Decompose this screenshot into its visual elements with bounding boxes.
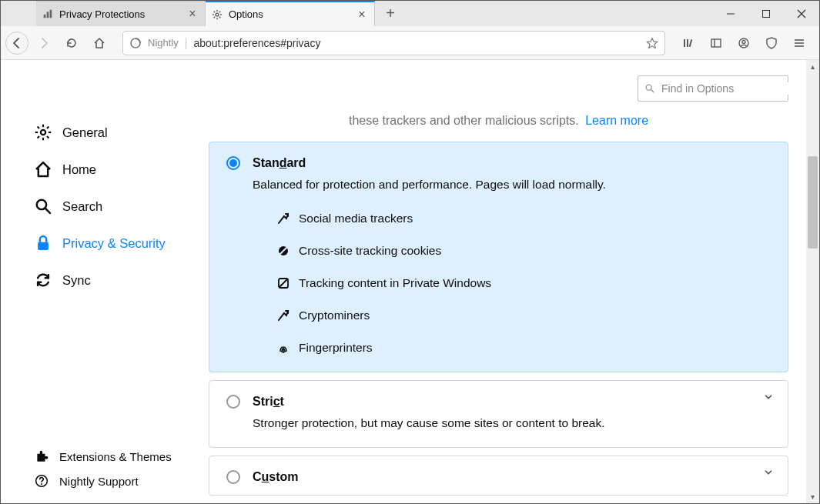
vertical-scrollbar[interactable]: ▴ ▾ (806, 60, 819, 503)
find-in-options[interactable] (638, 75, 788, 102)
protection-option-standard[interactable]: Standard Balanced for protection and per… (209, 142, 788, 372)
protection-option-custom[interactable]: Custom (209, 456, 788, 496)
svg-line-8 (214, 11, 216, 12)
library-icon[interactable] (676, 31, 701, 55)
sidebar-item-sync[interactable]: Sync (35, 262, 193, 299)
svg-line-42 (651, 89, 654, 92)
svg-rect-38 (38, 242, 49, 250)
gear-icon (35, 124, 52, 141)
fingerprinter-icon (277, 342, 290, 354)
url-text: about:preferences#privacy (193, 37, 640, 49)
scroll-up-button[interactable]: ▴ (806, 60, 819, 73)
preferences-sidebar: General Home Search Privacy & Security S… (1, 60, 209, 503)
sidebar-item-search[interactable]: Search (35, 188, 193, 225)
window-maximize-button[interactable] (748, 1, 784, 26)
tracker-item: Fingerprinters (277, 341, 771, 355)
svg-line-9 (219, 16, 221, 18)
sidebar-nightly-support[interactable]: Nightly Support (35, 474, 193, 488)
protection-option-strict[interactable]: Strict Stronger protection, but may caus… (209, 380, 788, 448)
cryptominer-icon (277, 309, 290, 322)
tracker-item: Social media trackers (277, 212, 771, 225)
window-minimize-button[interactable] (713, 1, 748, 26)
svg-rect-1 (47, 12, 49, 18)
titlebar: Privacy Protections × Options × + (1, 1, 819, 26)
svg-line-11 (219, 11, 221, 12)
sync-icon (35, 272, 52, 289)
scroll-thumb[interactable] (808, 156, 818, 249)
scroll-down-button[interactable]: ▾ (806, 490, 819, 503)
svg-rect-17 (684, 39, 685, 47)
lock-icon (35, 235, 52, 252)
option-desc: Balanced for protection and performance.… (253, 178, 771, 192)
content-area: General Home Search Privacy & Security S… (1, 60, 819, 503)
tracker-item: Cross-site tracking cookies (277, 244, 771, 258)
window-close-button[interactable] (784, 1, 819, 26)
option-desc: Stronger protection, but may cause some … (253, 416, 771, 430)
shield-report-icon (42, 8, 53, 19)
help-icon (35, 474, 49, 488)
back-button[interactable] (5, 32, 28, 55)
option-title: Strict (253, 395, 284, 409)
radio-standard[interactable] (226, 156, 240, 170)
sidebar-toggle-icon[interactable] (704, 31, 728, 55)
home-button[interactable] (87, 31, 112, 55)
svg-point-27 (41, 130, 45, 135)
search-icon (35, 198, 52, 215)
svg-line-46 (279, 279, 287, 287)
home-icon (35, 161, 52, 178)
firefox-icon (129, 37, 142, 49)
sidebar-item-label: Sync (62, 273, 91, 288)
svg-rect-0 (44, 15, 46, 18)
shield-icon[interactable] (759, 31, 784, 55)
svg-rect-2 (50, 10, 52, 18)
sidebar-extensions-themes[interactable]: Extensions & Themes (35, 449, 193, 463)
learn-more-link[interactable]: Learn more (585, 114, 648, 127)
intro-text: these trackers and other malicious scrip… (209, 114, 788, 128)
close-tab-icon[interactable]: × (356, 8, 368, 21)
chevron-down-icon[interactable] (763, 392, 774, 402)
sidebar-item-general[interactable]: General (35, 114, 193, 151)
new-tab-button[interactable]: + (375, 1, 406, 26)
radio-strict[interactable] (226, 395, 240, 409)
sidebar-item-label: Home (62, 162, 96, 177)
social-trackers-icon (277, 212, 290, 225)
account-icon[interactable] (731, 31, 756, 55)
chevron-down-icon[interactable] (763, 467, 774, 478)
sidebar-footer-label: Nightly Support (59, 475, 139, 488)
brand-label: Nightly (148, 37, 179, 48)
reload-button[interactable] (59, 31, 84, 55)
tracking-content-icon (277, 277, 290, 289)
search-input[interactable] (661, 82, 796, 95)
tab-label: Privacy Protections (59, 8, 180, 20)
cookie-icon (277, 245, 290, 257)
tab-privacy-protections[interactable]: Privacy Protections × (36, 1, 206, 26)
option-title: Standard (253, 156, 306, 170)
option-title: Custom (253, 470, 299, 484)
svg-line-35 (47, 127, 49, 129)
preferences-main: these trackers and other malicious scrip… (209, 60, 819, 503)
nav-toolbar: Nightly | about:preferences#privacy (1, 26, 819, 60)
close-tab-icon[interactable]: × (186, 8, 199, 20)
tab-options[interactable]: Options × (206, 1, 375, 26)
sidebar-item-label: Privacy & Security (62, 236, 166, 251)
url-bar[interactable]: Nightly | about:preferences#privacy (122, 31, 665, 55)
sidebar-item-home[interactable]: Home (35, 151, 193, 188)
svg-point-40 (41, 483, 42, 485)
search-icon (644, 83, 655, 94)
bookmark-star-icon[interactable] (646, 37, 658, 49)
tab-label: Options (229, 8, 350, 20)
svg-line-32 (38, 127, 39, 129)
svg-rect-19 (689, 38, 693, 46)
svg-rect-13 (763, 10, 770, 17)
svg-point-3 (216, 13, 219, 16)
svg-line-10 (214, 16, 216, 18)
sidebar-item-label: Search (62, 199, 102, 214)
svg-point-23 (742, 40, 745, 43)
tracker-item: Cryptominers (277, 309, 771, 322)
sidebar-item-label: General (62, 125, 108, 140)
svg-rect-20 (711, 39, 721, 47)
menu-icon[interactable] (787, 31, 812, 55)
radio-custom[interactable] (226, 470, 240, 484)
svg-line-34 (38, 136, 39, 138)
sidebar-item-privacy-security[interactable]: Privacy & Security (35, 225, 193, 262)
